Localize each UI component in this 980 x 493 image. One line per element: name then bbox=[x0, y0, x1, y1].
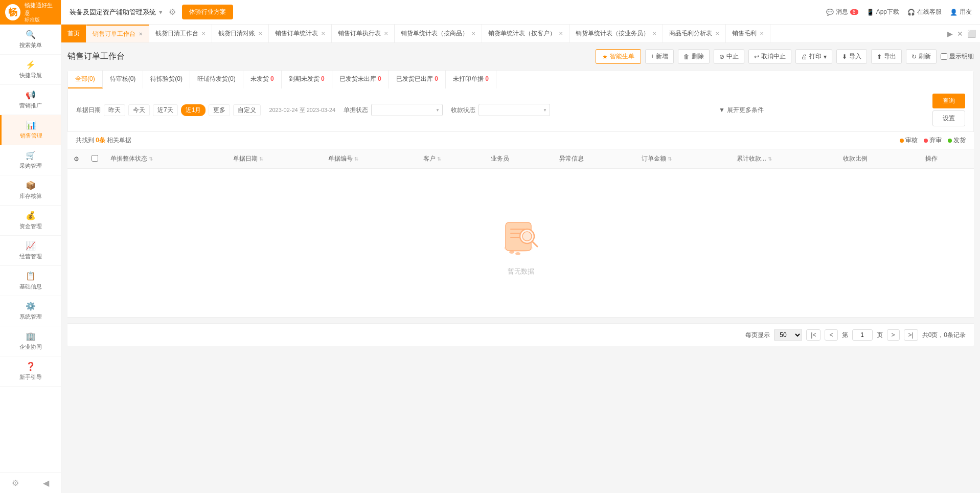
horizontal-scrollbar[interactable] bbox=[67, 317, 974, 323]
sort-icon[interactable]: ⇅ bbox=[668, 156, 672, 162]
sidebar-bottom: ⚙ ◀ bbox=[0, 473, 61, 493]
topbar-gear-icon[interactable]: ⚙ bbox=[169, 7, 176, 17]
tab-sales-exec[interactable]: 销售订单执行表 ✕ bbox=[332, 25, 395, 43]
message-btn[interactable]: 💬 消息 6 bbox=[826, 8, 858, 16]
sub-tab-pending-review[interactable]: 待审核(0) bbox=[103, 71, 144, 88]
first-page-btn[interactable]: |< bbox=[806, 329, 821, 341]
payment-select[interactable] bbox=[478, 104, 550, 116]
tab-close-icon[interactable]: ✕ bbox=[139, 31, 143, 37]
svg-point-9 bbox=[509, 251, 514, 254]
sub-tab-not-shipped[interactable]: 未发货 0 bbox=[243, 71, 282, 88]
sub-tab-shipped-out[interactable]: 已发货已出库 0 bbox=[389, 71, 446, 88]
sub-tab-not-printed[interactable]: 未打印单据 0 bbox=[446, 71, 496, 88]
col-checkbox[interactable] bbox=[85, 149, 104, 169]
date-1month-btn[interactable]: 近1月 bbox=[181, 104, 206, 116]
tabs-maximize-btn[interactable]: ⬜ bbox=[967, 30, 976, 38]
sidebar-item-marketing[interactable]: 📢 营销推广 bbox=[0, 85, 61, 115]
sidebar-item-search[interactable]: 🔍 搜索菜单 bbox=[0, 25, 61, 55]
sidebar-item-finance[interactable]: 💰 资金管理 bbox=[0, 206, 61, 236]
sidebar-collapse-btn[interactable]: ◀ bbox=[43, 478, 49, 488]
tab-cash-daily[interactable]: 钱货日清工作台 ✕ bbox=[149, 25, 212, 43]
tab-sales-stats-prod[interactable]: 销货单统计表（按商品） ✕ bbox=[395, 25, 482, 43]
sub-tab-pending-check[interactable]: 待拣验货(0) bbox=[143, 71, 190, 88]
tab-close-icon[interactable]: ✕ bbox=[201, 31, 206, 36]
status-select[interactable] bbox=[371, 104, 443, 116]
date-more-btn[interactable]: 更多 bbox=[209, 104, 230, 116]
ship-btn[interactable]: 发货 bbox=[948, 136, 966, 145]
sidebar-item-sales[interactable]: 📊 销售管理 bbox=[0, 115, 61, 145]
tab-close-icon[interactable]: ✕ bbox=[652, 31, 656, 36]
sidebar-item-guide[interactable]: ❓ 新手引导 bbox=[0, 356, 61, 387]
last-page-btn[interactable]: >| bbox=[904, 329, 918, 341]
sidebar-item-purchase[interactable]: 🛒 采购管理 bbox=[0, 145, 61, 175]
cancel-stop-btn[interactable]: ↩ 取消中止 bbox=[748, 49, 791, 64]
user-menu-btn[interactable]: 👤 用友 bbox=[950, 8, 972, 16]
select-all-checkbox[interactable] bbox=[92, 155, 98, 162]
sidebar-item-operations[interactable]: 📈 经营管理 bbox=[0, 236, 61, 266]
sub-tab-expired-not-shipped[interactable]: 到期未发货 0 bbox=[282, 71, 332, 88]
sidebar-settings-btn[interactable]: ⚙ bbox=[12, 478, 19, 488]
date-custom-btn[interactable]: 自定义 bbox=[233, 104, 261, 116]
sidebar-item-quick-nav[interactable]: ⚡ 快捷导航 bbox=[0, 55, 61, 85]
col-settings[interactable]: ⚙ bbox=[67, 149, 85, 169]
sort-icon[interactable]: ⇅ bbox=[437, 156, 441, 162]
sort-icon[interactable]: ⇅ bbox=[149, 156, 153, 162]
add-btn[interactable]: + 新增 bbox=[645, 49, 674, 64]
guide-icon: ❓ bbox=[26, 362, 36, 371]
tab-close-icon[interactable]: ✕ bbox=[559, 31, 563, 36]
prev-page-btn[interactable]: < bbox=[825, 329, 837, 341]
tab-close-icon[interactable]: ✕ bbox=[471, 31, 475, 36]
tab-close-icon[interactable]: ✕ bbox=[258, 31, 262, 36]
tab-close-icon[interactable]: ✕ bbox=[760, 31, 764, 36]
stop-btn[interactable]: ⊘ 中止 bbox=[714, 49, 744, 64]
sub-tab-all[interactable]: 全部(0) bbox=[68, 71, 103, 88]
tab-sales-stats-cust[interactable]: 销货单统计表（按客户） ✕ bbox=[482, 25, 569, 43]
tab-cash-reconcile[interactable]: 钱货日清对账 ✕ bbox=[212, 25, 269, 43]
per-page-select[interactable]: 10 20 50 100 bbox=[774, 329, 802, 341]
refresh-btn[interactable]: ↻ 刷新 bbox=[906, 49, 937, 64]
tab-sales-gross[interactable]: 销售毛利 ✕ bbox=[726, 25, 770, 43]
import-btn[interactable]: ⬇ 导入 bbox=[836, 49, 867, 64]
page-input[interactable] bbox=[852, 329, 873, 341]
review-btn[interactable]: 审核 bbox=[900, 136, 918, 145]
sub-tab-shipped-not-out[interactable]: 已发货未出库 0 bbox=[332, 71, 389, 88]
export-btn[interactable]: ⬆ 导出 bbox=[871, 49, 902, 64]
tab-close-icon[interactable]: ✕ bbox=[321, 31, 325, 36]
col-ratio: 收款比例 bbox=[837, 149, 919, 169]
sort-icon[interactable]: ⇅ bbox=[259, 156, 263, 162]
app-download-btn[interactable]: 📱 App下载 bbox=[867, 8, 899, 16]
online-service-btn[interactable]: 🎧 在线客服 bbox=[907, 8, 942, 16]
tab-sales-workbench[interactable]: 销售订单工作台 ✕ bbox=[86, 25, 149, 43]
sidebar-item-inventory[interactable]: 📦 库存核算 bbox=[0, 175, 61, 206]
revoke-btn[interactable]: 弃审 bbox=[924, 136, 942, 145]
sidebar-item-basic-info[interactable]: 📋 基础信息 bbox=[0, 266, 61, 296]
tabs-close-btn[interactable]: ✕ bbox=[957, 30, 963, 38]
print-btn[interactable]: 🖨 打印 ▾ bbox=[795, 49, 832, 64]
svg-point-10 bbox=[515, 252, 520, 255]
show-detail-toggle[interactable]: 显示明细 bbox=[941, 52, 974, 61]
tabs-scroll-right-btn[interactable]: ▶ bbox=[947, 30, 953, 38]
tab-close-icon[interactable]: ✕ bbox=[715, 31, 719, 36]
tab-home[interactable]: 首页 bbox=[61, 25, 86, 43]
sidebar-item-system[interactable]: ⚙️ 系统管理 bbox=[0, 296, 61, 326]
sort-icon[interactable]: ⇅ bbox=[354, 156, 358, 162]
expand-filter-btn[interactable]: ▼ 展开更多条件 bbox=[719, 106, 764, 115]
tab-close-icon[interactable]: ✕ bbox=[384, 31, 388, 36]
tab-sales-stats[interactable]: 销售订单统计表 ✕ bbox=[269, 25, 332, 43]
next-page-btn[interactable]: > bbox=[887, 329, 900, 341]
tab-gross-margin[interactable]: 商品毛利分析表 ✕ bbox=[663, 25, 726, 43]
date-yesterday-btn[interactable]: 昨天 bbox=[104, 104, 125, 116]
date-7days-btn[interactable]: 近7天 bbox=[153, 104, 178, 116]
setting-btn[interactable]: 设置 bbox=[932, 110, 965, 126]
show-detail-checkbox[interactable] bbox=[941, 53, 947, 60]
query-btn[interactable]: 查询 bbox=[932, 94, 965, 108]
sort-icon[interactable]: ⇅ bbox=[768, 156, 772, 162]
date-today-btn[interactable]: 今天 bbox=[128, 104, 150, 116]
smart-generate-btn[interactable]: ★ 智能生单 bbox=[596, 49, 641, 64]
table-scroll: ⚙ 单据整体状态 ⇅ 单据日期 ⇅ 单据编号 bbox=[67, 149, 974, 317]
sidebar-item-enterprise[interactable]: 🏢 企业协同 bbox=[0, 326, 61, 356]
industry-solution-btn[interactable]: 体验行业方案 bbox=[182, 5, 233, 19]
sub-tab-wangpu[interactable]: 旺铺待发货(0) bbox=[190, 71, 243, 88]
tab-sales-stats-staff[interactable]: 销货单统计表（按业务员） ✕ bbox=[569, 25, 663, 43]
delete-btn[interactable]: 🗑 删除 bbox=[678, 49, 710, 64]
